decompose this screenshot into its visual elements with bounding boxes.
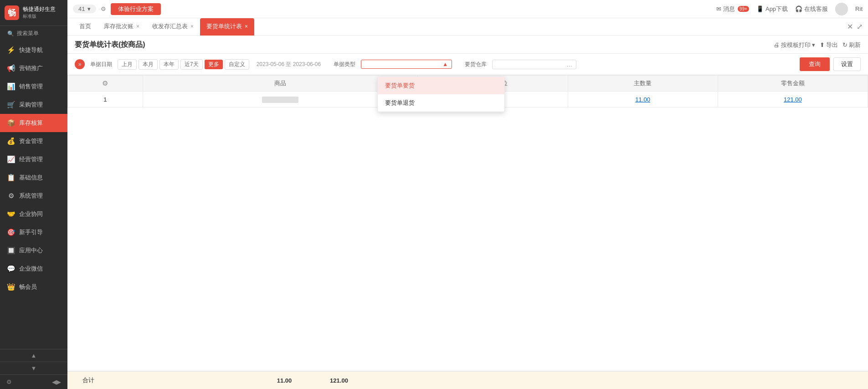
print-icon: 🖨	[774, 41, 780, 48]
avatar[interactable]	[835, 3, 848, 15]
online-service-btn[interactable]: 🎧 在线客服	[795, 5, 828, 13]
filter-expand-btn[interactable]: »	[75, 59, 85, 69]
main-area: 41 ▾ ⚙ 体验行业方案 ✉ 消息 99+ 📱 App下载 🎧 在线客服 Ri…	[67, 0, 868, 389]
message-icon: ✉	[716, 5, 721, 12]
tab-receive-summary-close[interactable]: ×	[190, 23, 194, 30]
logo-title: 畅捷通好生意	[23, 6, 56, 13]
tab-receive-summary[interactable]: 收发存汇总表 ×	[146, 18, 200, 36]
tab-home[interactable]: 首页	[73, 18, 98, 36]
messages-label: 消息	[723, 5, 735, 13]
filter-btn-custom[interactable]: 自定义	[225, 59, 249, 70]
sidebar-scroll-down[interactable]: ▼	[0, 362, 67, 374]
logo-subtitle: 标准版	[23, 13, 56, 20]
cell-num: 1	[68, 92, 143, 107]
quick-nav-icon: ⚡	[6, 46, 15, 55]
tab-order-summary[interactable]: 要货单统计表 ×	[200, 18, 254, 36]
sidebar-scroll-up[interactable]: ▲	[0, 349, 67, 362]
operations-icon: 📈	[6, 155, 15, 164]
sidebar-bottom: ⚙ ◀▶	[0, 374, 67, 389]
sidebar-item-appstore[interactable]: 🔲 应用中心	[0, 241, 67, 260]
qty-link[interactable]: 11.00	[635, 96, 650, 103]
filter-type-arrow-icon: ▲	[442, 61, 448, 67]
sidebar-item-purchase[interactable]: 🛒 采购管理	[0, 96, 67, 114]
online-service-label: 在线客服	[804, 5, 828, 13]
th-settings-icon[interactable]: ⚙	[102, 79, 108, 87]
sidebar-settings-icon[interactable]: ⚙	[6, 379, 12, 385]
filter-type-input[interactable]: ▲	[361, 60, 452, 69]
cell-amount: 121.00	[718, 92, 868, 107]
sidebar-search[interactable]: 🔍 搜索菜单	[0, 26, 67, 41]
filter-warehouse-field[interactable]	[496, 61, 565, 67]
filter-date-label: 单据日期	[90, 61, 112, 68]
trial-btn[interactable]: 体验行业方案	[111, 3, 161, 15]
filter-warehouse-input[interactable]: …	[492, 60, 576, 69]
purchase-icon: 🛒	[6, 100, 15, 109]
tabs-bar: 首页 库存批次账 × 收发存汇总表 × 要货单统计表 × ✕ ⤢	[67, 18, 868, 36]
filter-btn-more[interactable]: 更多	[205, 60, 223, 69]
sidebar-item-member[interactable]: 👑 畅会员	[0, 278, 67, 296]
tab-window-expand[interactable]: ⤢	[857, 22, 863, 31]
cell-qty: 11.00	[568, 92, 718, 107]
sidebar-item-quick-nav[interactable]: ⚡ 快捷导航	[0, 41, 67, 59]
filter-btn-7days[interactable]: 近7天	[180, 59, 203, 70]
sidebar-label-quick-nav: 快捷导航	[19, 46, 43, 54]
sidebar-item-basic[interactable]: 📋 基础信息	[0, 169, 67, 187]
sidebar-label-sales: 销售管理	[19, 82, 43, 91]
sidebar-label-enterprise: 企业协同	[19, 210, 43, 218]
sidebar-label-appstore: 应用中心	[19, 246, 43, 255]
sidebar-collapse-icon[interactable]: ◀▶	[52, 379, 61, 385]
export-btn[interactable]: ⬆ 导出	[820, 41, 838, 49]
th-num: ⚙	[68, 76, 143, 92]
sidebar-item-sales[interactable]: 📊 销售管理	[0, 77, 67, 96]
total-qty: 11.00	[257, 377, 312, 384]
store-selector[interactable]: 41 ▾	[73, 5, 96, 13]
messages-btn[interactable]: ✉ 消息 99+	[716, 5, 749, 13]
tab-batch-account-label: 库存批次账	[104, 22, 134, 31]
refresh-btn[interactable]: ↻ 刷新	[842, 41, 861, 49]
filter-type-label: 单据类型	[334, 61, 355, 68]
filter-row: » 单据日期 上月 本月 本年 近7天 更多 自定义 2023-05-06 至 …	[67, 54, 868, 75]
sidebar-item-marketing[interactable]: 📢 营销推广	[0, 59, 67, 77]
tab-batch-account-close[interactable]: ×	[136, 23, 139, 30]
tab-order-summary-close[interactable]: ×	[245, 23, 248, 30]
filter-btn-this-year[interactable]: 本年	[159, 59, 179, 70]
export-icon: ⬆	[820, 41, 825, 48]
sidebar-item-guide[interactable]: 🎯 新手引导	[0, 223, 67, 241]
sidebar-label-member: 畅会员	[19, 283, 37, 291]
member-icon: 👑	[6, 282, 15, 292]
dropdown-item-order-goods[interactable]: 要货单要货	[378, 77, 504, 94]
amount-link[interactable]: 121.00	[784, 96, 802, 103]
tab-window-close[interactable]: ✕	[847, 22, 853, 31]
sidebar-label-finance: 资金管理	[19, 137, 43, 145]
filter-btn-this-month[interactable]: 本月	[139, 59, 158, 70]
filter-btn-last-month[interactable]: 上月	[118, 59, 137, 70]
filter-warehouse-dots-icon[interactable]: …	[566, 61, 572, 68]
print-btn[interactable]: 🖨 按模板打印 ▾	[774, 41, 815, 49]
page-title: 要货单统计表(按商品)	[75, 40, 145, 50]
sidebar-item-finance[interactable]: 💰 资金管理	[0, 132, 67, 150]
sidebar-label-guide: 新手引导	[19, 228, 43, 236]
topbar-gear-icon[interactable]: ⚙	[101, 5, 106, 12]
sidebar-item-operations[interactable]: 📈 经营管理	[0, 150, 67, 169]
settings-btn[interactable]: 设置	[833, 57, 861, 71]
sidebar-item-wechat[interactable]: 💬 企业微信	[0, 260, 67, 278]
filter-type-field[interactable]	[365, 61, 442, 67]
sidebar-item-inventory[interactable]: 📦 库存核算	[0, 114, 67, 132]
tab-receive-summary-label: 收发存汇总表	[152, 22, 188, 31]
app-download-btn[interactable]: 📱 App下载	[756, 5, 788, 13]
phone-icon: 📱	[756, 5, 764, 12]
tab-order-summary-label: 要货单统计表	[206, 22, 242, 31]
appstore-icon: 🔲	[6, 246, 15, 255]
store-id: 41	[78, 5, 85, 12]
query-btn[interactable]: 查询	[800, 57, 830, 71]
sidebar-item-enterprise[interactable]: 🤝 企业协同	[0, 205, 67, 223]
username-label: Rit	[855, 5, 863, 12]
page-header: 要货单统计表(按商品) 🖨 按模板打印 ▾ ⬆ 导出 ↻ 刷新	[67, 36, 868, 54]
marketing-icon: 📢	[6, 64, 15, 73]
topbar-left: 41 ▾ ⚙ 体验行业方案	[73, 3, 161, 15]
th-amount: 零售金额	[718, 76, 868, 92]
type-dropdown: 要货单要货 要货单退货	[377, 77, 505, 112]
sidebar-item-system[interactable]: ⚙ 系统管理	[0, 187, 67, 205]
dropdown-item-order-return[interactable]: 要货单退货	[378, 94, 504, 112]
tab-batch-account[interactable]: 库存批次账 ×	[98, 18, 146, 36]
